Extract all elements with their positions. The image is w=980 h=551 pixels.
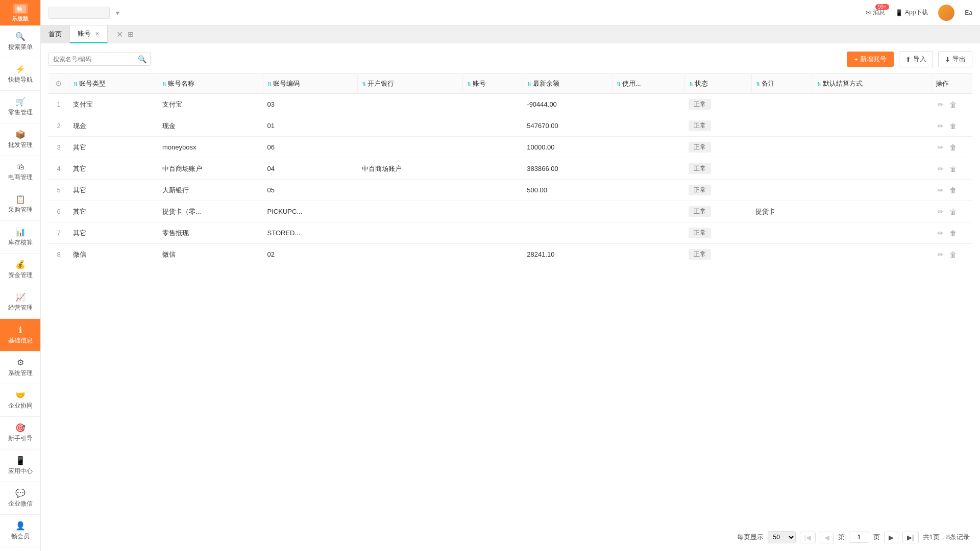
cell-id: 2 [48, 115, 69, 137]
status-badge: 正常 [689, 120, 711, 131]
sidebar-item-quick-nav[interactable]: ⚡ 快捷导航 [0, 58, 40, 91]
sidebar-item-search-menu[interactable]: 🔍 搜索菜单 [0, 26, 40, 58]
delete-button[interactable]: 🗑 [947, 228, 959, 238]
th-code[interactable]: ⇅账号编码 [263, 74, 358, 94]
page-input[interactable] [849, 532, 869, 543]
sidebar-item-inventory-calc[interactable]: 📊 库存核算 [0, 221, 40, 254]
sidebar-item-label: 零售管理 [3, 108, 38, 117]
delete-button[interactable]: 🗑 [947, 207, 959, 217]
cell-type: 微信 [69, 244, 158, 265]
sidebar-item-app-center[interactable]: 📱 应用中心 [0, 449, 40, 482]
cell-status: 正常 [684, 137, 751, 158]
delete-button[interactable]: 🗑 [947, 142, 959, 153]
th-default-settlement[interactable]: ⇅默认结算方式 [813, 74, 932, 94]
th-name[interactable]: ⇅账号名称 [158, 74, 263, 94]
edit-button[interactable]: ✏ [936, 99, 946, 110]
window-close-btn[interactable]: ✕ [115, 29, 124, 40]
page-unit: 页 [873, 533, 880, 542]
operations-icon: 📈 [3, 292, 38, 302]
sidebar-item-system-mgmt[interactable]: ⚙ 系统管理 [0, 352, 40, 384]
window-controls: ✕ ⊞ [110, 29, 135, 40]
user-avatar[interactable] [938, 5, 954, 21]
sidebar-item-label: 基础信息 [3, 336, 38, 345]
delete-button[interactable]: 🗑 [947, 164, 959, 174]
th-bank[interactable]: ⇅开户银行 [358, 74, 463, 94]
cell-bank [358, 180, 463, 201]
import-button[interactable]: ⬆ 导入 [899, 51, 933, 67]
last-page-btn[interactable]: ▶| [902, 532, 918, 543]
prev-page-btn[interactable]: ◀ [820, 532, 834, 543]
edit-button[interactable]: ✏ [936, 249, 946, 260]
delete-button[interactable]: 🗑 [947, 99, 959, 110]
column-settings-icon[interactable]: ⚙ [55, 79, 62, 88]
cell-usage [612, 222, 684, 244]
cell-code: PICKUPC... [263, 201, 358, 222]
tab-accounts-close[interactable]: ✕ [95, 31, 100, 37]
cell-id: 6 [48, 201, 69, 222]
sidebar-item-new-guide[interactable]: 🎯 新手引导 [0, 417, 40, 449]
th-note[interactable]: ⇅备注 [751, 74, 813, 94]
sidebar-item-capital-mgmt[interactable]: 💰 资金管理 [0, 254, 40, 286]
add-label: 新增账号 [860, 55, 887, 64]
sidebar-item-wholesale-mgmt[interactable]: 📦 批发管理 [0, 123, 40, 156]
cell-name: 支付宝 [158, 94, 263, 115]
delete-button[interactable]: 🗑 [947, 249, 959, 260]
sidebar-item-basic-info[interactable]: ℹ 基础信息 [0, 319, 40, 352]
first-page-btn[interactable]: |◀ [800, 532, 816, 543]
sidebar-item-enterprise-wechat[interactable]: 💬 企业微信 [0, 482, 40, 515]
next-page-btn[interactable]: ▶ [884, 532, 898, 543]
sidebar-item-label: 畅会员 [3, 532, 38, 541]
cell-name: 提货卡（零... [158, 201, 263, 222]
th-usage[interactable]: ⇅使用... [612, 74, 684, 94]
message-button[interactable]: ✉ 消息 99+ [866, 8, 885, 17]
sidebar-item-label: 批发管理 [3, 141, 38, 149]
cell-bank: 中百商场账户 [358, 158, 463, 180]
page-size-select[interactable]: 50 20 100 [768, 531, 796, 543]
sidebar-item-operations-mgmt[interactable]: 📈 经营管理 [0, 286, 40, 319]
sidebar-item-purchase-mgmt[interactable]: 📋 采购管理 [0, 188, 40, 221]
add-icon: + [854, 56, 858, 63]
import-label: 导入 [913, 55, 926, 64]
window-maximize-btn[interactable]: ⊞ [127, 29, 135, 40]
th-balance[interactable]: ⇅最新余额 [523, 74, 612, 94]
sidebar-item-member[interactable]: 👤 畅会员 [0, 515, 40, 547]
quick-nav-icon: ⚡ [3, 64, 38, 74]
topbar-search-input[interactable] [48, 7, 110, 19]
tab-home[interactable]: 首页 [41, 26, 70, 43]
sidebar-item-ecommerce-mgmt[interactable]: 🛍 电商管理 [0, 156, 40, 188]
tab-accounts-label: 账号 [78, 29, 91, 38]
table-row: 6 其它 提货卡（零... PICKUPC... 正常 提货卡 ✏ 🗑 [48, 201, 972, 222]
sidebar-item-label: 采购管理 [3, 206, 38, 214]
search-input[interactable] [49, 53, 134, 65]
app-download-button[interactable]: 📱 App下载 [895, 8, 928, 17]
cell-balance: -90444.00 [523, 94, 612, 115]
sidebar-item-enterprise-agreement[interactable]: 🤝 企业协同 [0, 384, 40, 417]
edit-button[interactable]: ✏ [936, 121, 946, 131]
th-settings[interactable]: ⚙ [48, 74, 69, 94]
th-account[interactable]: ⇅账号 [462, 74, 523, 94]
edit-button[interactable]: ✏ [936, 164, 946, 174]
delete-button[interactable]: 🗑 [947, 121, 959, 131]
sidebar-item-retail-mgmt[interactable]: 🛒 零售管理 [0, 91, 40, 123]
user-name[interactable]: Ea [965, 9, 972, 16]
cell-id: 1 [48, 94, 69, 115]
th-status[interactable]: ⇅状态 [684, 74, 751, 94]
add-account-button[interactable]: + 新增账号 [847, 52, 894, 67]
cell-account [462, 244, 523, 265]
cell-default-settlement [813, 244, 932, 265]
table-row: 5 其它 大新银行 05 500.00 正常 ✏ 🗑 [48, 180, 972, 201]
sidebar-item-label: 系统管理 [3, 369, 38, 378]
tab-accounts[interactable]: 账号 ✕ [70, 26, 108, 43]
edit-button[interactable]: ✏ [936, 142, 946, 153]
cell-account [462, 94, 523, 115]
delete-button[interactable]: 🗑 [947, 185, 959, 195]
cell-code: 02 [263, 244, 358, 265]
edit-button[interactable]: ✏ [936, 185, 946, 195]
export-button[interactable]: ⬇ 导出 [938, 51, 972, 67]
search-button[interactable]: 🔍 [134, 55, 151, 63]
cell-actions: ✏ 🗑 [932, 94, 972, 115]
edit-button[interactable]: ✏ [936, 207, 946, 217]
topbar-dropdown-btn[interactable]: ▾ [115, 8, 120, 18]
edit-button[interactable]: ✏ [936, 228, 946, 238]
th-type[interactable]: ⇅账号类型 [69, 74, 158, 94]
